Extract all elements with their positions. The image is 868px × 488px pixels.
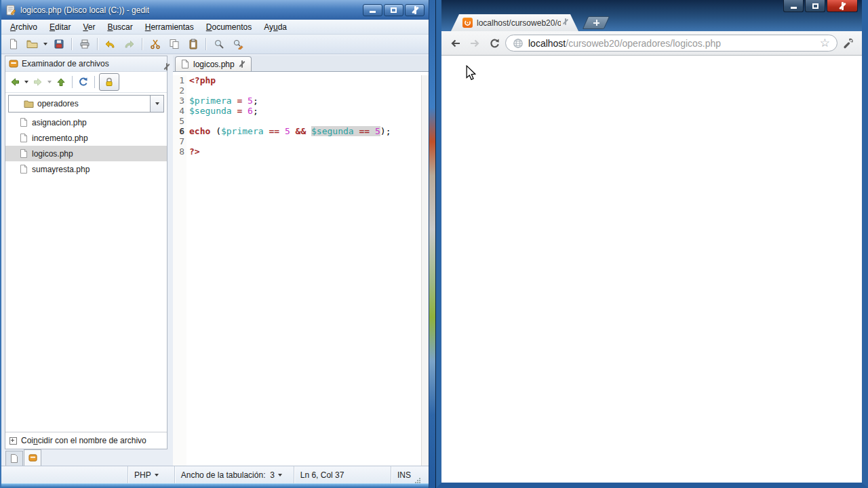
tab-width-label: Ancho de la tabulación: 3 xyxy=(181,470,275,480)
editor-area: logicos.php 12345678 <?php$primera = 5;$… xyxy=(173,56,429,466)
new-document-button[interactable] xyxy=(4,36,22,52)
url-path: /cursoweb20/operadores/logicos.php xyxy=(566,38,721,49)
browser-tab[interactable]: localhost/cursoweb20/oper xyxy=(451,14,578,31)
save-button[interactable] xyxy=(50,36,68,52)
line-number: 7 xyxy=(173,136,184,146)
toolbar-separator xyxy=(142,38,142,50)
mouse-cursor xyxy=(466,65,476,81)
code-line[interactable]: ?> xyxy=(189,146,421,157)
editor-tab[interactable]: logicos.php xyxy=(175,56,252,71)
tab-close-icon[interactable] xyxy=(562,19,569,26)
search-button[interactable] xyxy=(210,36,228,52)
resize-grip[interactable] xyxy=(414,477,420,483)
minimize-button[interactable] xyxy=(783,0,804,12)
code-area[interactable]: 12345678 <?php$primera = 5;$segunda = 6;… xyxy=(173,72,429,466)
documents-panel-tab[interactable] xyxy=(5,451,23,466)
open-dropdown-button[interactable] xyxy=(42,37,49,52)
bookmark-star-icon[interactable]: ☆ xyxy=(820,37,830,49)
file-browser-icon xyxy=(28,453,37,462)
forward-button[interactable] xyxy=(31,75,45,89)
line-gutter: 12345678 xyxy=(173,75,186,466)
code-line[interactable]: <?php xyxy=(189,75,421,85)
code-line[interactable]: $segunda = 6; xyxy=(189,106,421,116)
cursor-position: Ln 6, Col 37 xyxy=(294,466,391,483)
file-name: asignacion.php xyxy=(32,118,87,127)
file-browser-title: Examinador de archivos xyxy=(22,59,109,68)
back-button[interactable] xyxy=(8,75,22,89)
cut-button[interactable] xyxy=(146,36,164,52)
code-line[interactable] xyxy=(189,85,421,96)
menu-item[interactable]: Ayuda xyxy=(258,21,293,33)
address-bar[interactable]: localhost/cursoweb20/operadores/logicos.… xyxy=(505,35,837,52)
browser-page[interactable] xyxy=(441,56,862,483)
gedit-toolbar xyxy=(1,35,429,54)
editor-scrollbar[interactable] xyxy=(421,75,429,466)
file-row[interactable]: asignacion.php xyxy=(5,115,167,130)
line-number: 3 xyxy=(173,96,184,106)
chevron-down-icon xyxy=(155,474,159,476)
chrome-frame[interactable]: localhost/cursoweb20/oper xyxy=(441,0,862,31)
panel-resize-handle[interactable] xyxy=(167,54,173,466)
reload-button[interactable] xyxy=(486,35,503,52)
open-button[interactable] xyxy=(23,36,41,52)
refresh-button[interactable] xyxy=(77,75,90,89)
toolbar-separator xyxy=(94,76,95,88)
code-line[interactable] xyxy=(189,116,421,126)
undo-button[interactable] xyxy=(101,36,119,52)
forward-button[interactable] xyxy=(466,35,484,52)
folder-combobox[interactable]: operadores xyxy=(8,95,164,113)
file-row[interactable]: incremento.php xyxy=(5,130,167,146)
match-filename-row[interactable]: Coincidir con el nombre de archivo xyxy=(5,432,167,449)
menu-item[interactable]: Herramientas xyxy=(139,21,200,33)
overwrite-mode: INS xyxy=(391,466,429,483)
menu-item[interactable]: Documentos xyxy=(200,21,258,33)
tab-title: localhost/cursoweb20/oper xyxy=(477,18,561,28)
follow-document-toggle[interactable] xyxy=(99,73,119,91)
file-row[interactable]: sumayresta.php xyxy=(5,161,167,177)
paste-button[interactable] xyxy=(184,36,202,52)
tab-close-icon[interactable] xyxy=(239,61,245,68)
toolbar-separator xyxy=(97,38,98,50)
expander-icon[interactable] xyxy=(9,437,17,445)
back-button[interactable] xyxy=(446,35,464,52)
close-button[interactable] xyxy=(827,0,858,12)
copy-button[interactable] xyxy=(165,36,183,52)
code-lines[interactable]: <?php$primera = 5;$segunda = 6;echo ($pr… xyxy=(186,75,421,466)
folder-dropdown-button[interactable] xyxy=(150,96,163,112)
chevron-down-icon xyxy=(43,43,47,45)
up-button[interactable] xyxy=(54,75,68,89)
close-button[interactable] xyxy=(405,4,425,16)
maximize-button[interactable] xyxy=(384,4,403,16)
redo-button[interactable] xyxy=(120,36,138,52)
toolbar-separator xyxy=(71,38,72,50)
maximize-button[interactable] xyxy=(805,0,825,12)
code-line[interactable]: echo ($primera == 5 && $segunda == 5); xyxy=(189,126,421,136)
search-replace-button[interactable] xyxy=(229,36,247,52)
menu-item[interactable]: Archivo xyxy=(4,21,43,33)
language-selector[interactable]: PHP xyxy=(127,466,174,483)
chevron-down-icon xyxy=(155,102,159,105)
code-line[interactable] xyxy=(189,136,421,146)
gedit-titlebar[interactable]: logicos.php (Disco local (C:)) - gedit xyxy=(1,0,429,20)
wrench-menu-button[interactable] xyxy=(840,35,857,52)
globe-icon xyxy=(513,38,524,49)
tab-width-selector[interactable]: Ancho de la tabulación: 3 xyxy=(174,466,294,483)
overwrite-mode-label: INS xyxy=(397,470,411,480)
match-filename-label: Coincidir con el nombre de archivo xyxy=(21,436,146,445)
new-tab-button[interactable] xyxy=(583,16,610,29)
folder-icon xyxy=(24,100,34,108)
menu-item[interactable]: Buscar xyxy=(101,21,138,33)
minimize-button[interactable] xyxy=(363,4,382,16)
back-dropdown-button[interactable] xyxy=(23,75,30,89)
forward-dropdown-button[interactable] xyxy=(46,75,53,89)
print-button[interactable] xyxy=(75,36,94,52)
menu-item[interactable]: Editar xyxy=(43,21,77,33)
code-line[interactable]: $primera = 5; xyxy=(189,96,421,106)
close-icon xyxy=(839,3,846,9)
menu-item[interactable]: Ver xyxy=(77,21,101,33)
cursor-position-label: Ln 6, Col 37 xyxy=(300,470,344,480)
file-row[interactable]: logicos.php xyxy=(5,146,167,161)
file-browser-header: Examinador de archivos xyxy=(5,56,167,72)
url-text[interactable]: localhost/cursoweb20/operadores/logicos.… xyxy=(528,38,815,49)
file-browser-panel-tab[interactable] xyxy=(24,449,41,466)
